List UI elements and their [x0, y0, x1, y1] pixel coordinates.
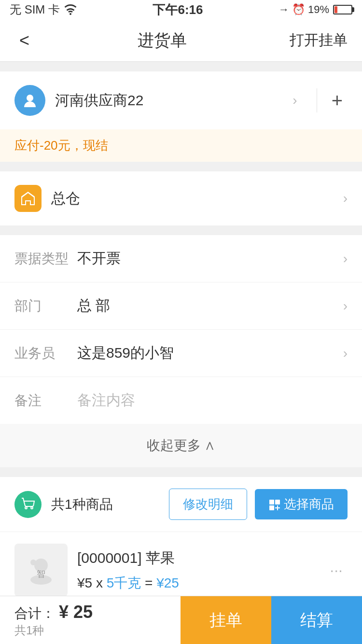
product-total: ¥25 — [156, 575, 179, 590]
warehouse-row[interactable]: 总仓 › — [0, 171, 362, 225]
svg-text:智: 智 — [37, 569, 45, 579]
dept-value: 总 部 — [77, 296, 343, 316]
back-button[interactable]: < — [14, 26, 34, 56]
nav-bar: < 进货单 打开挂单 — [0, 19, 362, 62]
dept-label: 部门 — [14, 297, 77, 315]
warehouse-name: 总仓 — [51, 189, 343, 209]
main-content: 河南供应商22 › + 应付-20元，现结 总仓 › 票据类型 不开票 › 部门 — [0, 62, 362, 644]
supplier-section: 河南供应商22 › + 应付-20元，现结 — [0, 71, 362, 162]
select-product-button[interactable]: 选择商品 — [255, 489, 348, 519]
alarm-icon: ⏰ — [292, 3, 305, 16]
product-name: [0000001] 苹果 — [77, 548, 315, 568]
page-title: 进货单 — [138, 29, 187, 52]
gap-1 — [0, 62, 362, 71]
svg-rect-1 — [269, 500, 274, 504]
supplier-notice: 应付-20元，现结 — [0, 129, 362, 162]
total-label: 合计： — [14, 604, 55, 623]
sales-row[interactable]: 业务员 这是859的小智 › — [0, 330, 362, 377]
warehouse-chevron-icon: › — [343, 191, 348, 206]
svg-point-0 — [27, 95, 33, 101]
supplier-name: 河南供应商22 — [55, 91, 292, 111]
supplier-avatar — [14, 85, 45, 116]
location-icon: → — [278, 3, 289, 16]
status-icons: → ⏰ 19% — [278, 3, 352, 16]
gap-2 — [0, 162, 362, 171]
sales-label: 业务员 — [14, 344, 77, 363]
battery-percent: 19% — [308, 3, 329, 16]
product-thumbnail: 智 — [14, 544, 68, 597]
invoice-chevron-icon: › — [343, 251, 348, 266]
gap-4 — [0, 467, 362, 477]
select-product-icon — [268, 499, 280, 510]
supplier-row[interactable]: 河南供应商22 › + — [0, 71, 362, 129]
remark-row[interactable]: 备注 备注内容 — [0, 377, 362, 424]
remark-label: 备注 — [14, 392, 77, 410]
svg-rect-2 — [275, 500, 280, 504]
sales-chevron-icon: › — [343, 346, 348, 361]
invoice-value: 不开票 — [77, 249, 343, 268]
warehouse-icon-bg — [14, 185, 42, 212]
svg-rect-3 — [269, 505, 274, 510]
product-price: ¥5 x 5千克 = ¥25 — [77, 574, 315, 592]
total-section: 合计： ¥ 25 共1种 — [0, 596, 181, 644]
total-amount: ¥ 25 — [59, 602, 93, 622]
product-multiply: x — [96, 575, 107, 590]
products-header: 共1种商品 修改明细 选择商品 — [0, 477, 362, 532]
product-code: [0000001] — [77, 550, 141, 566]
invoice-row[interactable]: 票据类型 不开票 › — [0, 235, 362, 282]
person-icon — [21, 92, 39, 109]
product-info: [0000001] 苹果 ¥5 x 5千克 = ¥25 — [77, 548, 315, 592]
product-more-button[interactable]: ··· — [325, 557, 348, 584]
products-icon-bg — [14, 491, 42, 518]
carrier-text: 无 SIM 卡 — [10, 2, 60, 17]
status-carrier: 无 SIM 卡 — [10, 2, 77, 17]
gap-3 — [0, 225, 362, 235]
cart-icon — [21, 497, 35, 512]
divider — [317, 88, 317, 112]
wifi-icon — [64, 4, 77, 15]
warehouse-section: 总仓 › — [0, 171, 362, 225]
status-time: 下午6:16 — [153, 1, 203, 18]
form-section: 票据类型 不开票 › 部门 总 部 › 业务员 这是859的小智 › 备注 备注… — [0, 235, 362, 424]
dept-chevron-icon: › — [343, 298, 348, 314]
supplier-chevron-icon: › — [292, 93, 297, 108]
select-product-label: 选择商品 — [284, 496, 334, 513]
product-equals: = — [145, 575, 156, 590]
product-unit-price: ¥5 — [77, 575, 92, 590]
add-supplier-button[interactable]: + — [327, 90, 348, 112]
product-placeholder-icon: 智 — [27, 556, 56, 585]
remark-placeholder: 备注内容 — [77, 391, 348, 410]
sales-value: 这是859的小智 — [77, 343, 343, 363]
products-section: 共1种商品 修改明细 选择商品 智 — [0, 477, 362, 609]
hang-button[interactable]: 挂单 — [181, 596, 271, 644]
invoice-label: 票据类型 — [14, 250, 77, 268]
open-hang-button[interactable]: 打开挂单 — [290, 30, 348, 50]
product-qty: 5千克 — [107, 575, 141, 590]
collapse-toggle[interactable]: 收起更多 ∧ — [0, 424, 362, 467]
svg-point-5 — [30, 560, 36, 565]
battery-icon — [333, 5, 352, 14]
edit-detail-button[interactable]: 修改明细 — [169, 489, 247, 520]
checkout-button[interactable]: 结算 — [271, 596, 362, 644]
product-title: 苹果 — [146, 550, 175, 566]
products-count: 共1种商品 — [51, 495, 169, 514]
warehouse-icon — [20, 191, 36, 206]
dept-row[interactable]: 部门 总 部 › — [0, 282, 362, 330]
total-count: 共1种 — [14, 623, 166, 638]
status-bar: 无 SIM 卡 下午6:16 → ⏰ 19% — [0, 0, 362, 19]
bottom-bar: 合计： ¥ 25 共1种 挂单 结算 — [0, 596, 362, 644]
